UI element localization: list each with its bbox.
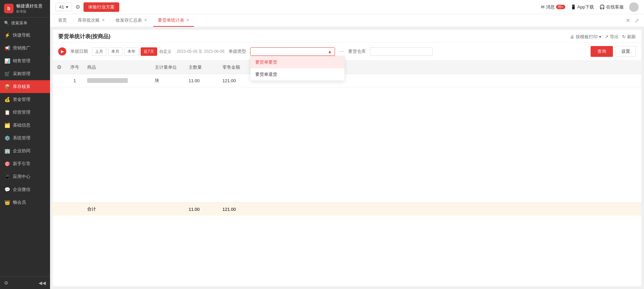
- query-button[interactable]: 查询: [591, 46, 613, 57]
- chevron-down-icon: ▾: [66, 4, 68, 9]
- product-blurred: [87, 78, 128, 83]
- message-badge: 99+: [556, 5, 565, 9]
- tab-home[interactable]: 首页: [53, 14, 72, 27]
- sidebar-item-operations[interactable]: 📋 经营管理: [0, 106, 50, 119]
- table-gear-icon[interactable]: ⚙: [57, 64, 62, 70]
- sidebar-item-label: 采购管理: [13, 71, 30, 77]
- tab-close-icon[interactable]: ✕: [186, 18, 189, 22]
- sidebar-item-enterprise[interactable]: 🏢 企业协同: [0, 144, 50, 157]
- table-header-row: ⚙ 序号 商品 主计量单位 主数量 零售金额: [53, 61, 641, 74]
- table-container: ⚙ 序号 商品 主计量单位 主数量 零售金额: [53, 61, 641, 87]
- search-icon: 🔍: [4, 21, 9, 25]
- tab-collect-summary[interactable]: 收发存汇总表 ✕: [111, 14, 152, 27]
- warehouse-input[interactable]: [370, 47, 433, 56]
- tab-close-all-icon[interactable]: ✕: [624, 17, 631, 24]
- appstore-icon: 📱: [4, 174, 10, 179]
- col-product: 商品: [83, 61, 151, 74]
- sidebar-item-guide[interactable]: 🎯 新手引导: [0, 157, 50, 170]
- option-label: 要货单退货: [255, 72, 277, 77]
- print-btn[interactable]: 🖨 按模板打印 ▾: [570, 34, 601, 40]
- tab-expand-icon[interactable]: ⤢: [634, 17, 641, 24]
- customer-service-btn[interactable]: 🎧 在线客服: [599, 4, 624, 10]
- operations-icon: 📋: [4, 110, 10, 115]
- basic-icon: 🗂️: [4, 123, 10, 128]
- download-icon: 📱: [571, 4, 576, 9]
- sidebar-item-inventory[interactable]: 📦 库存核算: [0, 80, 50, 93]
- settings-button[interactable]: 设置: [616, 46, 636, 57]
- tab-bar-actions: ✕ ⤢: [624, 14, 641, 27]
- sidebar-item-finance[interactable]: 💰 资金管理: [0, 93, 50, 106]
- preset-7days[interactable]: 近7天: [141, 47, 157, 56]
- tab-bar: 首页 库存批次账 ✕ 收发存汇总表 ✕ 要货单统计表 ✕ ✕ ⤢: [50, 14, 644, 27]
- option-order-return[interactable]: 要货单退货: [251, 68, 344, 81]
- sidebar-item-wechat[interactable]: 💬 企业微信: [0, 183, 50, 196]
- sidebar-search[interactable]: 🔍 搜索菜单: [0, 18, 50, 29]
- sidebar-item-purchase[interactable]: 🛒 采购管理: [0, 67, 50, 80]
- member-icon: 👑: [4, 200, 10, 205]
- tab-label: 库存批次账: [78, 17, 100, 23]
- type-dropdown-popup: 要货单要货 要货单退货: [250, 56, 345, 81]
- sidebar-item-marketing[interactable]: 📢 营销推广: [0, 42, 50, 54]
- dropdown-arrow-icon[interactable]: ▲: [325, 49, 335, 54]
- data-table: ⚙ 序号 商品 主计量单位 主数量 零售金额: [53, 61, 641, 87]
- app-logo: b 畅捷通好生意 标准版: [0, 0, 50, 18]
- tab-order-stats[interactable]: 要货单统计表 ✕: [153, 14, 194, 27]
- sidebar-item-system[interactable]: ⚙️ 系统管理: [0, 132, 50, 144]
- tab-close-icon[interactable]: ✕: [102, 18, 105, 22]
- sidebar-item-label: 营销推广: [13, 45, 30, 51]
- collapse-btn[interactable]: ◀◀: [39, 280, 46, 286]
- enterprise-icon: 🏢: [4, 148, 10, 154]
- total-row: 合计 11.00 121.00: [53, 202, 641, 216]
- tab-label: 收发存汇总表: [116, 17, 142, 23]
- store-selector[interactable]: 41 ▾: [55, 3, 72, 11]
- quick-nav-icon: ⚡: [4, 32, 10, 38]
- export-icon: ↗: [605, 34, 609, 39]
- sidebar-item-sales[interactable]: 📊 销售管理: [0, 54, 50, 67]
- refresh-btn[interactable]: ↻ 刷新: [622, 34, 636, 40]
- cell-gear: [53, 74, 66, 87]
- print-label: 按模板打印: [576, 34, 598, 40]
- option-order-goods[interactable]: 要货单要货: [251, 56, 344, 68]
- header-right: ✉ 消息 99+ 📱 App下载 🎧 在线客服: [541, 2, 639, 12]
- preset-this-month[interactable]: 本月: [108, 47, 122, 56]
- app-download-btn[interactable]: 📱 App下载: [571, 4, 594, 10]
- sidebar-nav: ⚡ 快捷导航 📢 营销推广 📊 销售管理 🛒 采购管理 📦 库存核算 💰 资金管…: [0, 29, 50, 276]
- date-presets: 上月 本月 本年 近7天 自定义: [92, 47, 171, 56]
- refresh-icon: ↻: [622, 34, 626, 39]
- tab-close-icon[interactable]: ✕: [144, 18, 147, 22]
- tab-inventory-batch[interactable]: 库存批次账 ✕: [73, 14, 110, 27]
- type-dropdown[interactable]: ▲: [250, 47, 335, 56]
- sidebar-item-label: 企业微信: [13, 186, 30, 193]
- type-input[interactable]: [251, 48, 325, 55]
- page-header-actions: 🖨 按模板打印 ▾ ↗ 导出 ↻ 刷新: [570, 34, 636, 40]
- preset-custom[interactable]: 自定义: [159, 49, 171, 54]
- filter-toggle-btn[interactable]: ▶: [58, 47, 66, 55]
- sidebar-item-quick-nav[interactable]: ⚡ 快捷导航: [0, 29, 50, 42]
- warehouse-label: 要货仓库: [348, 48, 366, 54]
- type-label: 单据类型: [229, 48, 246, 54]
- sidebar-item-label: 经营管理: [13, 109, 30, 115]
- col-index: 序号: [66, 61, 83, 74]
- sidebar-item-label: 销售管理: [13, 58, 30, 64]
- total-amount: 121.00: [222, 207, 256, 212]
- preset-this-year[interactable]: 本年: [124, 47, 139, 56]
- trial-button[interactable]: 体验行业方案: [84, 2, 119, 12]
- header-gear-icon[interactable]: ⚙: [75, 4, 80, 10]
- content-spacer: [53, 87, 641, 202]
- sidebar-item-label: 库存核算: [13, 84, 30, 90]
- sidebar-item-label: 基础信息: [13, 122, 30, 128]
- wechat-icon: 💬: [4, 187, 10, 192]
- preset-last-month[interactable]: 上月: [92, 47, 106, 56]
- filter-more-icon[interactable]: ···: [339, 48, 344, 55]
- sidebar-item-member[interactable]: 👑 畅会员: [0, 196, 50, 209]
- avatar[interactable]: [629, 2, 639, 12]
- messages-btn[interactable]: ✉ 消息 99+: [541, 4, 565, 10]
- sidebar-item-basic[interactable]: 🗂️ 基础信息: [0, 119, 50, 132]
- settings-btn[interactable]: ⚙: [4, 280, 8, 286]
- main-area: 41 ▾ ⚙ 体验行业方案 ✉ 消息 99+ 📱 App下载 🎧 在线客服: [50, 0, 644, 289]
- sidebar-item-appstore[interactable]: 📱 应用中心: [0, 170, 50, 183]
- app-subtitle: 标准版: [16, 9, 43, 14]
- export-btn[interactable]: ↗ 导出: [605, 34, 619, 40]
- option-label: 要货单要货: [255, 60, 277, 65]
- purchase-icon: 🛒: [4, 71, 10, 76]
